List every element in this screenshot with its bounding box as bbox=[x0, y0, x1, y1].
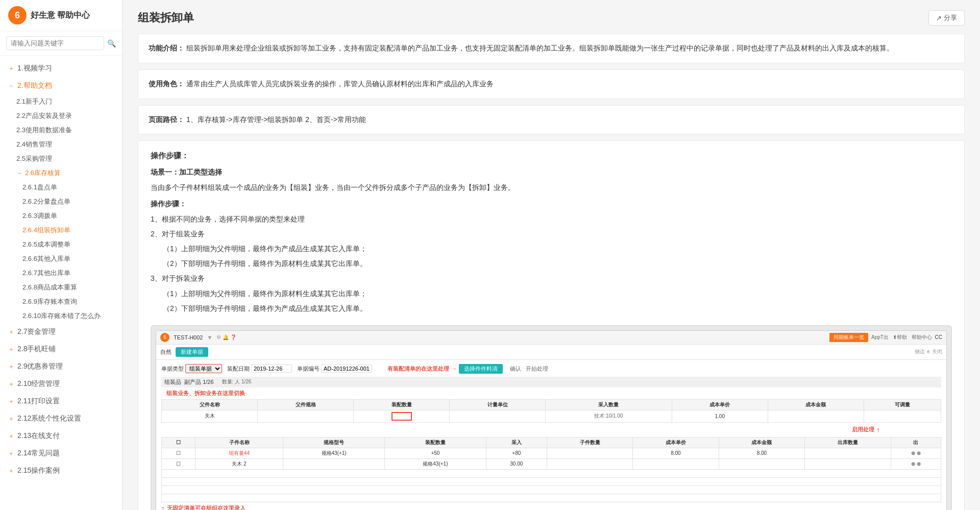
cell-check[interactable]: ☐ bbox=[162, 448, 195, 458]
sidebar-item-stocktake[interactable]: 2.6.1盘点单 bbox=[0, 180, 122, 195]
dropdown-icon: ▼ bbox=[207, 334, 212, 341]
aq-input[interactable] bbox=[391, 412, 412, 421]
app-form-area: 单据类型 组装单据 拆卸单据 装配日期 单据编号 bbox=[156, 360, 946, 510]
col-in-qty: 采入数量 bbox=[546, 399, 672, 410]
app-icons-area: ⚙ 🔔 ❓ bbox=[216, 334, 236, 340]
sidebar-item-mobile[interactable]: ＋ 2.8手机旺铺 bbox=[0, 341, 122, 358]
search-icon[interactable]: 🔍 bbox=[107, 39, 116, 47]
search-area: 🔍 bbox=[0, 31, 122, 56]
btn-confirm[interactable]: 确认 开始处理 bbox=[510, 365, 548, 373]
sidebar-item-inventory[interactable]: － 2.6库存核算 bbox=[0, 166, 122, 180]
search-input[interactable] bbox=[6, 36, 104, 50]
cell-cn1: 现有量44 bbox=[195, 448, 283, 458]
cell-ccu2 bbox=[633, 458, 719, 469]
cell-cs1: 规格43(+1) bbox=[283, 448, 385, 458]
annotation-text-1: 有装配清单的在这里处理 bbox=[387, 365, 449, 373]
app-top-links: AppT出 ⬆帮助 帮助中心 bbox=[871, 334, 932, 341]
plus-icon-4: ＋ bbox=[8, 362, 14, 371]
col-unit: 计量单位 bbox=[450, 399, 546, 410]
sidebar-item-cost-recalc[interactable]: 2.6.8商品成本重算 bbox=[0, 280, 122, 295]
sidebar-item-ops-mgmt[interactable]: ＋ 2.10经营管理 bbox=[0, 375, 122, 393]
col-parent-name: 父件名称 bbox=[162, 399, 258, 410]
feature-intro-text: 组装拆卸单用来处理企业组装或拆卸等加工业务，支持有固定装配清单的产品加工业务，也… bbox=[186, 44, 894, 52]
app-top-actions: 同期账单一览 AppT出 ⬆帮助 帮助中心 CC bbox=[829, 333, 942, 342]
plus-icon-10: ＋ bbox=[8, 467, 14, 475]
arrow-icon-2: ↑ bbox=[876, 426, 880, 434]
table-row: 关木 技术:10/1.00 1.00 bbox=[162, 410, 941, 422]
sidebar-item-cost-adjust[interactable]: 2.6.5成本调整单 bbox=[0, 237, 122, 252]
sidebar-item-assembly[interactable]: 2.6.4组装拆卸单 bbox=[0, 223, 122, 237]
col-child-spec: 规格型号 bbox=[283, 437, 385, 448]
role-text: 通常由生产人员或库管人员完成拆装业务的操作，库管人员确认原材料的出库和产成品的入… bbox=[186, 80, 494, 88]
quick-bill-btn[interactable]: 同期账单一览 bbox=[829, 333, 868, 342]
col-child-aq: 装配数量 bbox=[385, 437, 486, 448]
cell-ccu1: 8.00 bbox=[633, 448, 719, 458]
sidebar-item-partial-stocktake[interactable]: 2.6.2分量盘点单 bbox=[0, 195, 122, 209]
form-order: 单据编号 bbox=[297, 365, 372, 373]
sidebar-item-data-prep[interactable]: 2.3使用前数据准备 bbox=[0, 123, 122, 137]
ops-title: 操作步骤： bbox=[151, 151, 952, 161]
sidebar-item-faq[interactable]: ＋ 2.14常见问题 bbox=[0, 445, 122, 462]
sidebar: 6 好生意 帮助中心 🔍 ＋ 1.视频学习 － 2.帮助文档 2.1新手入门 2… bbox=[0, 0, 122, 510]
cell-unit bbox=[450, 410, 546, 422]
toggle-annotation-row: 组装业务、拆卸业务在这里切换 bbox=[161, 390, 941, 397]
sidebar-item-ledger-fix[interactable]: 2.6.10库存账本错了怎么办 bbox=[0, 309, 122, 323]
steps-section: 操作步骤： 场景一：加工类型选择 当由多个子件材料组装成一个成品的业务为【组装】… bbox=[138, 140, 965, 510]
nav-tree: ＋ 1.视频学习 － 2.帮助文档 2.1新手入门 2.2产品安装及登录 2.3… bbox=[0, 56, 122, 510]
col-child-op: 出 bbox=[891, 437, 941, 448]
cell-ca bbox=[768, 410, 864, 422]
sidebar-item-video[interactable]: ＋ 1.视频学习 bbox=[0, 60, 122, 77]
select-bom-btn[interactable]: 选择件件料清 bbox=[459, 364, 503, 374]
annotation-text-4: 无固定清单可在组织在这里录入 bbox=[167, 504, 246, 510]
sidebar-item-finance[interactable]: ＋ 2.7资金管理 bbox=[0, 323, 122, 341]
table-row bbox=[162, 469, 941, 477]
sidebar-item-cases[interactable]: ＋ 2.15操作案例 bbox=[0, 462, 122, 479]
cell-cqty1 bbox=[547, 448, 632, 458]
arrow-icon-1: → bbox=[451, 366, 457, 372]
path-card: 页面路径： 1、库存核算->库存管理->组装拆卸单 2、首页->常用功能 bbox=[138, 105, 965, 135]
sidebar-item-sales[interactable]: 2.4销售管理 bbox=[0, 137, 122, 152]
step3: 3、对于拆装业务 bbox=[151, 272, 952, 285]
sidebar-item-purchase[interactable]: 2.5采购管理 bbox=[0, 152, 122, 166]
step2-1: （1）上部明细为父件明细，最终作为产成品生成某其它入库单； bbox=[163, 242, 952, 255]
cell-check-2[interactable]: ☐ bbox=[162, 458, 195, 469]
lower-table-header: ☐ 子件名称 规格型号 装配数量 采入 子件数量 成本单价 成本金额 出库数量 … bbox=[162, 437, 941, 448]
sidebar-item-help-docs[interactable]: － 2.帮助文档 bbox=[0, 77, 122, 94]
upper-table-body: 关木 技术:10/1.00 1.00 bbox=[162, 410, 941, 422]
tab-natural[interactable]: 自然 bbox=[160, 348, 172, 356]
type-select[interactable]: 组装单据 拆卸单据 bbox=[185, 364, 222, 373]
brand-name: 好生意 帮助中心 bbox=[31, 10, 90, 21]
col-child-outq: 出库数量 bbox=[805, 437, 891, 448]
cell-cs2 bbox=[283, 458, 385, 469]
path-text: 1、库存核算->库存管理->组装拆卸单 2、首页->常用功能 bbox=[186, 115, 366, 124]
tab-new-order[interactable]: 新建单据 bbox=[176, 347, 208, 357]
plus-icon-7: ＋ bbox=[8, 415, 14, 423]
sidebar-item-install[interactable]: 2.2产品安装及登录 bbox=[0, 109, 122, 123]
lower-table-body: ☐ 现有量44 规格43(+1) +50 +80 8.00 8.00 ⊕ ⊗ bbox=[162, 448, 941, 502]
cell-caq1: +50 bbox=[385, 448, 486, 458]
role-label: 使用角色： bbox=[149, 80, 184, 88]
lower-table: ☐ 子件名称 规格型号 装配数量 采入 子件数量 成本单价 成本金额 出库数量 … bbox=[161, 437, 941, 502]
plus-icon: ＋ bbox=[8, 64, 14, 73]
sidebar-item-other-out[interactable]: 2.6.7其他出库单 bbox=[0, 266, 122, 280]
sidebar-item-ledger-query[interactable]: 2.6.9库存账本查询 bbox=[0, 295, 122, 309]
cell-cqty2 bbox=[547, 458, 632, 469]
app-user: CC bbox=[935, 334, 942, 340]
sidebar-item-print[interactable]: ＋ 2.11打印设置 bbox=[0, 393, 122, 410]
cell-cca1: 8.00 bbox=[719, 448, 804, 458]
cell-spec bbox=[258, 410, 354, 422]
sidebar-item-transfer[interactable]: 2.6.3调拨单 bbox=[0, 209, 122, 223]
date-input[interactable] bbox=[251, 365, 292, 373]
active-minus-icon: － bbox=[16, 168, 23, 178]
sidebar-item-online-pay[interactable]: ＋ 2.13在线支付 bbox=[0, 427, 122, 445]
sidebar-item-personalize[interactable]: ＋ 2.12系统个性化设置 bbox=[0, 410, 122, 427]
order-input[interactable] bbox=[321, 365, 372, 373]
sidebar-item-beginner[interactable]: 2.1新手入门 bbox=[0, 94, 122, 109]
annotation-text-2: 组装业务、拆卸业务在这里切换 bbox=[166, 390, 245, 397]
step3-1: （1）上部明细为父件明细，最终作为原材料生成某其它出库单； bbox=[163, 287, 952, 300]
assembly-sub-label: 组装品 副产品 1/26 bbox=[164, 378, 214, 386]
scene1-title: 场景一：加工类型选择 bbox=[151, 168, 952, 177]
sidebar-item-coupons[interactable]: ＋ 2.9优惠券管理 bbox=[0, 358, 122, 375]
sidebar-item-other-in[interactable]: 2.6.6其他入库单 bbox=[0, 252, 122, 266]
share-button[interactable]: ↗ 分享 bbox=[928, 10, 965, 26]
